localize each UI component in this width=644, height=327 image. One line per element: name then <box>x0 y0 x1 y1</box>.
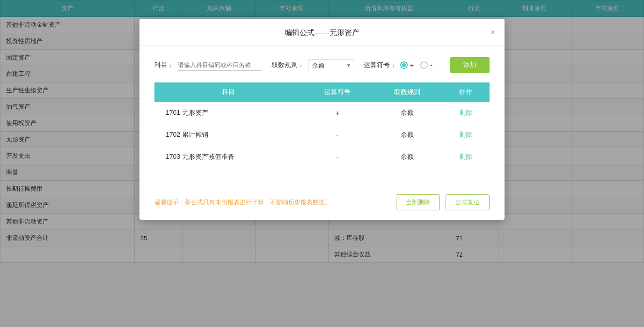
delete-row-button[interactable]: 删除 <box>459 131 472 139</box>
modal-footer: 温馨提示：新公式只对未出报表进行计算，不影响历史报表数据。 全部删除 公式复位 <box>139 187 505 220</box>
modal-overlay: 编辑公式——无形资产 × 科目： 取数规则： 余额 借方发生额 <box>0 0 644 327</box>
formula-row: 1701 无形资产+余额删除 <box>154 102 490 124</box>
col-header-subject: 科目 <box>154 82 303 102</box>
col-header-action: 操作 <box>442 82 490 102</box>
formula-action: 删除 <box>442 146 490 168</box>
reset-formula-button[interactable]: 公式复位 <box>446 194 490 210</box>
delete-all-button[interactable]: 全部删除 <box>396 194 440 210</box>
formula-subject: 1703 无形资产减值准备 <box>154 146 303 168</box>
formula-rule: 余额 <box>373 124 442 146</box>
formula-subject: 1702 累计摊销 <box>154 124 303 146</box>
operator-plus-radio[interactable]: + <box>400 61 414 69</box>
formula-operator: + <box>303 102 373 124</box>
formula-operator: - <box>303 124 373 146</box>
formula-subject: 1701 无形资产 <box>154 102 303 124</box>
operator-label: 运算符号： <box>364 61 396 69</box>
rule-select[interactable]: 余额 借方发生额 贷方发生额 <box>308 59 354 71</box>
radio-circle-plus <box>400 61 408 69</box>
formula-table: 科目 运算符号 取数规则 操作 1701 无形资产+余额删除1702 累计摊销-… <box>154 82 490 168</box>
formula-action: 删除 <box>442 124 490 146</box>
add-button[interactable]: 添加 <box>450 57 490 73</box>
col-header-rule: 取数规则 <box>373 82 442 102</box>
rule-group: 取数规则： 余额 借方发生额 贷方发生额 ▼ <box>271 59 354 71</box>
col-header-operator: 运算符号 <box>303 82 373 102</box>
operator-minus-radio[interactable]: - <box>420 61 432 69</box>
subject-group: 科目： <box>154 59 262 71</box>
subject-label: 科目： <box>154 61 174 69</box>
delete-row-button[interactable]: 删除 <box>459 153 472 161</box>
modal-body: 科目： 取数规则： 余额 借方发生额 贷方发生额 ▼ <box>139 46 505 187</box>
form-row: 科目： 取数规则： 余额 借方发生额 贷方发生额 ▼ <box>154 57 490 73</box>
radio-circle-minus <box>420 61 428 69</box>
formula-rule: 余额 <box>373 146 442 168</box>
formula-rule: 余额 <box>373 102 442 124</box>
modal-header: 编辑公式——无形资产 × <box>139 19 505 46</box>
modal-title: 编辑公式——无形资产 <box>285 28 359 38</box>
rule-select-wrapper: 余额 借方发生额 贷方发生额 ▼ <box>308 59 354 71</box>
formula-row: 1703 无形资产减值准备-余额删除 <box>154 146 490 168</box>
rule-label: 取数规则： <box>271 61 304 69</box>
operator-minus-label: - <box>430 61 432 69</box>
formula-operator: - <box>303 146 373 168</box>
operator-plus-label: + <box>410 61 414 69</box>
modal-close-button[interactable]: × <box>490 28 495 37</box>
modal-dialog: 编辑公式——无形资产 × 科目： 取数规则： 余额 借方发生额 <box>139 19 505 220</box>
formula-row: 1702 累计摊销-余额删除 <box>154 124 490 146</box>
operator-radio-group: + - <box>400 61 432 69</box>
formula-action: 删除 <box>442 102 490 124</box>
footer-buttons: 全部删除 公式复位 <box>396 194 490 210</box>
hint-text: 温馨提示：新公式只对未出报表进行计算，不影响历史报表数据。 <box>154 198 331 207</box>
delete-row-button[interactable]: 删除 <box>459 109 472 117</box>
operator-group: 运算符号： + - <box>364 61 432 69</box>
subject-input[interactable] <box>178 59 262 71</box>
